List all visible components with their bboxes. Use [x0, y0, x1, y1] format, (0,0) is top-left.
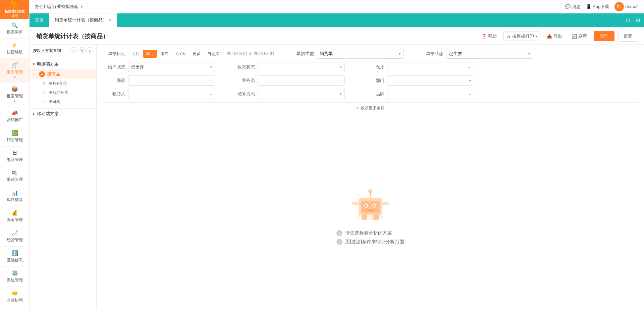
main-area: 办公用品行业模拟账套 ▾ 💬 消息 📱 App下载 Ea demo2 首页 — [30, 0, 644, 310]
tab-close-icon[interactable]: × — [109, 18, 111, 22]
clerk-dots[interactable]: ··· — [338, 78, 342, 83]
pc-scheme-group[interactable]: ▾ 电脑端方案 — [30, 59, 96, 69]
user-menu[interactable]: Ea demo2 — [614, 2, 639, 11]
date-tab-7days[interactable]: 近7天 — [172, 50, 189, 58]
recipient-label: 收货人 — [102, 91, 125, 97]
tab-home[interactable]: 首页 — [30, 13, 49, 27]
sidebar-item-operations[interactable]: 📈 经营管理 — [0, 226, 29, 247]
sidebar-item-ecommerce[interactable]: 🖥 电商管理 — [0, 147, 29, 166]
add-scheme-button[interactable]: + — [70, 47, 77, 54]
logo-icon: 🧡 — [10, 0, 19, 8]
sidebar-item-collab[interactable]: 🤝 企业协同 — [0, 287, 29, 307]
scheme-item-by-goods[interactable]: ● 按商品 — [30, 69, 96, 79]
doc-type-select[interactable]: 销货单 ▾ — [317, 49, 404, 59]
date-tab-this-year[interactable]: 本年 — [158, 50, 172, 58]
scheme-sub-driver[interactable]: ⊞ 按司机 — [30, 97, 96, 106]
out-status-chevron: ▾ — [210, 65, 212, 69]
brand-input[interactable]: ··· — [387, 89, 474, 99]
top-header: 办公用品行业模拟账套 ▾ 💬 消息 📱 App下载 Ea demo2 — [30, 0, 644, 13]
settings-button[interactable]: 设置 — [619, 31, 637, 42]
date-tab-more[interactable]: 更多 — [190, 50, 204, 58]
user-avatar: Ea — [614, 2, 624, 11]
goods-dots[interactable]: ··· — [208, 78, 212, 83]
industry-label[interactable]: 办公用品行业模拟账套 ▾ — [35, 4, 83, 10]
content-area: 销货单统计计表（按商品） ❓ 帮助 🖨 按模板打印 ▾ 📤 导出 — [30, 27, 644, 310]
sidebar-item-system[interactable]: ⚙️ 系统管理 — [0, 267, 29, 287]
sidebar-item-marketing[interactable]: 📣 营销推广 — [0, 106, 29, 126]
date-filter-label: 单据日期 — [102, 51, 125, 57]
export-button[interactable]: 📤 导出 — [544, 32, 565, 41]
sidebar-item-finance[interactable]: 💰 资金管理 — [0, 206, 29, 226]
query-button[interactable]: 查询 — [594, 31, 614, 41]
sidebar-item-wholesale[interactable]: 📦 批发管理 ▴ — [0, 83, 29, 106]
print-button[interactable]: 🖨 按模板打印 ▾ — [503, 32, 540, 41]
date-tab-last-month[interactable]: 上月 — [128, 50, 142, 58]
empty-tips: 1 请先选择要分析的方案 2 用[过滤]条件来缩小分析范围 — [336, 230, 404, 245]
sidebar-item-quick-nav[interactable]: ⚡ 快捷导航 — [0, 39, 29, 59]
doc-status-chevron: ▾ — [528, 52, 530, 56]
export-label: 导出 — [553, 33, 562, 39]
app-download-button[interactable]: 📱 App下载 — [586, 4, 609, 10]
date-range: 2023-03-01 至 2023-03-31 — [227, 51, 274, 57]
active-scheme-label: 按商品 — [47, 71, 60, 77]
date-tab-this-month[interactable]: 本月 — [143, 50, 157, 58]
goods-label: 商品 — [102, 78, 125, 84]
sub-label-2: 按商品分类 — [48, 90, 68, 96]
header-actions: 💬 消息 📱 App下载 Ea demo2 — [565, 2, 639, 11]
collapse-panel-button[interactable]: « — [86, 47, 93, 54]
industry-dropdown-icon[interactable]: ▾ — [80, 4, 83, 9]
settle-select[interactable]: ▾ — [258, 89, 345, 99]
goods-input[interactable]: ··· — [128, 75, 215, 86]
sub-icon-3: ⊞ — [42, 100, 46, 104]
svg-point-5 — [365, 205, 367, 207]
sidebar-item-retail[interactable]: 🛒 零售管理 ▾ — [0, 59, 29, 83]
sidebar-item-guide[interactable]: 🎯 新手引导 — [0, 307, 29, 310]
refresh-button[interactable]: 🔄 刷新 — [569, 32, 590, 41]
message-label: 消息 — [572, 4, 581, 10]
date-tab-custom[interactable]: 自定义 — [204, 50, 222, 58]
brand-dots[interactable]: ··· — [467, 91, 471, 97]
tab-active-label: 销货单统计计表（按商品） — [55, 17, 107, 23]
warehouse-select[interactable]: ··· — [387, 62, 474, 72]
search-menu-item[interactable]: 🔍 搜索菜单 — [0, 19, 29, 39]
dept-select[interactable]: ▾ — [387, 75, 474, 86]
scheme-sub-goods-category[interactable]: ⊞ 按商品分类 — [30, 88, 96, 97]
filter-row-2: 出库状态 已出库 ▾ 收款状态 ▾ 仓库 — [102, 62, 639, 72]
empty-state: ? ? 1 请先选择要分析的方案 2 用[过滤]条件来缩小分析范围 — [97, 118, 644, 310]
message-icon: 💬 — [565, 4, 571, 9]
sidebar-item-sales[interactable]: 💹 销售管理 — [0, 126, 29, 147]
dept-chevron: ▾ — [469, 79, 471, 83]
edit-scheme-button[interactable]: ✎ — [78, 47, 85, 54]
ecommerce-icon: 🖥 — [12, 150, 17, 156]
refresh-icon: 🔄 — [572, 34, 577, 39]
sidebar-item-basic-info[interactable]: ℹ️ 基础信息 — [0, 247, 29, 267]
wholesale-icon: 📦 — [11, 86, 18, 92]
collapse-bar[interactable]: ∧ 收起更多条件 — [102, 102, 639, 114]
tip-text-2: 用[过滤]条件来缩小分析范围 — [345, 239, 404, 245]
sidebar-item-purchase[interactable]: 🛍 采购管理 — [0, 166, 29, 186]
message-button[interactable]: 💬 消息 — [565, 4, 581, 10]
mobile-scheme-label: 移动端方案 — [37, 111, 59, 117]
empty-tip-2: 2 用[过滤]条件来缩小分析范围 — [336, 239, 404, 245]
tab-minimize-icon[interactable]: ⊡ — [625, 16, 632, 25]
doc-status-select[interactable]: 已生效 ▾ — [446, 49, 533, 59]
help-button[interactable]: ❓ 帮助 — [479, 32, 499, 41]
mobile-scheme-group[interactable]: ▸ 移动端方案 — [30, 108, 96, 119]
page-actions: ❓ 帮助 🖨 按模板打印 ▾ 📤 导出 🔄 刷新 — [479, 31, 637, 42]
recipient-input[interactable]: ··· — [128, 89, 215, 99]
payment-select[interactable]: ▾ — [258, 62, 345, 72]
sidebar-item-inventory[interactable]: 📊 库存核算 — [0, 186, 29, 206]
body-split: 按以下方案查询 + ✎ « ▾ 电脑端方案 ● — [30, 45, 644, 310]
refresh-label: 刷新 — [578, 33, 587, 39]
left-panel: 按以下方案查询 + ✎ « ▾ 电脑端方案 ● — [30, 45, 97, 310]
clerk-input[interactable]: ··· — [258, 75, 345, 86]
sub-label-3: 按司机 — [48, 99, 60, 105]
app-download-label: App下载 — [593, 4, 609, 10]
left-panel-title: 按以下方案查询 — [33, 48, 61, 54]
tab-expand-icon[interactable]: ⊞ — [634, 16, 641, 25]
filter-row-3: 商品 ··· 业务员 ··· 部门 — [102, 75, 639, 86]
out-status-select[interactable]: 已出库 ▾ — [128, 62, 215, 72]
scheme-sub-month-goods[interactable]: ⊞ 按月+商品 — [30, 79, 96, 88]
tab-active[interactable]: 销货单统计计表（按商品） × — [49, 13, 117, 27]
recipient-dots[interactable]: ··· — [208, 91, 212, 97]
